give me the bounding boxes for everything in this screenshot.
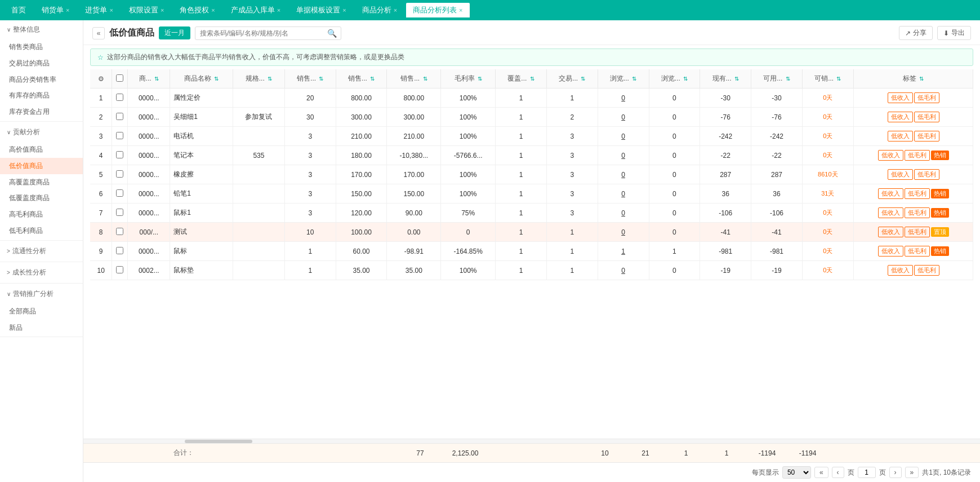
sidebar-item-销售类商品[interactable]: 销售类商品 bbox=[0, 39, 83, 55]
sidebar-section-成长性分析[interactable]: >成长性分析 bbox=[0, 263, 83, 282]
nav-item-销货单[interactable]: 销货单× bbox=[35, 3, 76, 17]
sidebar-item-低覆盖度商品[interactable]: 低覆盖度商品 bbox=[0, 190, 83, 206]
sidebar-item-交易过的商品[interactable]: 交易过的商品 bbox=[0, 55, 83, 72]
col-checkbox[interactable] bbox=[112, 69, 128, 89]
nav-close-icon[interactable]: × bbox=[109, 7, 113, 14]
col-view1[interactable]: 浏览... ⇅ bbox=[598, 69, 649, 89]
search-icon[interactable]: 🔍 bbox=[327, 29, 337, 38]
view1-link[interactable]: 0 bbox=[621, 190, 625, 198]
row-view1[interactable]: 0 bbox=[598, 223, 649, 242]
row-checkbox-cell[interactable] bbox=[112, 146, 128, 165]
row-view1[interactable]: 0 bbox=[598, 184, 649, 204]
table-container[interactable]: ⚙ 商... ⇅ 商品名称 ⇅ 规格... ⇅ 销售... ⇅ 销售... ⇅ … bbox=[83, 69, 980, 439]
nav-close-icon[interactable]: × bbox=[66, 7, 69, 14]
sidebar-item-高价值商品[interactable]: 高价值商品 bbox=[0, 141, 83, 158]
col-tags[interactable]: 标签 ⇅ bbox=[853, 69, 973, 89]
sidebar-section-整体信息[interactable]: ∨整体信息 bbox=[0, 20, 83, 39]
col-trade[interactable]: 交易... ⇅ bbox=[546, 69, 598, 89]
row-checkbox-cell[interactable] bbox=[112, 184, 128, 204]
col-name[interactable]: 商品名称 ⇅ bbox=[170, 69, 233, 89]
row-checkbox[interactable] bbox=[116, 151, 123, 158]
row-checkbox-cell[interactable] bbox=[112, 127, 128, 146]
row-view1[interactable]: 0 bbox=[598, 261, 649, 280]
col-current[interactable]: 现有... ⇅ bbox=[700, 69, 751, 89]
row-checkbox[interactable] bbox=[116, 209, 123, 216]
row-view1[interactable]: 0 bbox=[598, 204, 649, 223]
nav-close-icon[interactable]: × bbox=[277, 7, 280, 14]
share-button[interactable]: ↗ 分享 bbox=[899, 26, 933, 40]
horizontal-scrollbar[interactable] bbox=[83, 439, 980, 443]
sidebar-section-流通性分析[interactable]: >流通性分析 bbox=[0, 242, 83, 260]
row-checkbox[interactable] bbox=[116, 170, 123, 178]
row-checkbox-cell[interactable] bbox=[112, 223, 128, 242]
row-view1[interactable]: 0 bbox=[598, 165, 649, 184]
search-input[interactable] bbox=[195, 26, 341, 40]
view1-link[interactable]: 0 bbox=[621, 267, 625, 275]
sidebar-item-库存资金占用[interactable]: 库存资金占用 bbox=[0, 104, 83, 120]
row-checkbox[interactable] bbox=[116, 113, 123, 120]
prev-page-button[interactable]: ‹ bbox=[832, 467, 844, 478]
sidebar-item-新品[interactable]: 新品 bbox=[0, 320, 83, 336]
row-checkbox[interactable] bbox=[116, 266, 123, 273]
sidebar-item-商品分类销售率[interactable]: 商品分类销售率 bbox=[0, 72, 83, 88]
col-sale-qty[interactable]: 销售... ⇅ bbox=[284, 69, 336, 89]
row-checkbox-cell[interactable] bbox=[112, 89, 128, 108]
col-spec[interactable]: 规格... ⇅ bbox=[233, 69, 285, 89]
nav-close-icon[interactable]: × bbox=[211, 7, 215, 14]
col-sale-amount[interactable]: 销售... ⇅ bbox=[387, 69, 441, 89]
row-checkbox[interactable] bbox=[116, 247, 123, 254]
col-code[interactable]: 商... ⇅ bbox=[128, 69, 170, 89]
sidebar-item-有库存的商品[interactable]: 有库存的商品 bbox=[0, 87, 83, 104]
sidebar-item-低毛利商品[interactable]: 低毛利商品 bbox=[0, 223, 83, 239]
row-view1[interactable]: 0 bbox=[598, 127, 649, 146]
next-page-button[interactable]: › bbox=[889, 467, 902, 478]
col-available[interactable]: 可用... ⇅ bbox=[751, 69, 803, 89]
sidebar-item-高覆盖度商品[interactable]: 高覆盖度商品 bbox=[0, 174, 83, 191]
view1-link[interactable]: 0 bbox=[621, 171, 625, 179]
row-view1[interactable]: 0 bbox=[598, 108, 649, 127]
sidebar-item-全部商品[interactable]: 全部商品 bbox=[0, 303, 83, 320]
select-all-checkbox[interactable] bbox=[116, 74, 123, 82]
row-checkbox-cell[interactable] bbox=[112, 261, 128, 280]
page-input[interactable] bbox=[858, 467, 876, 478]
row-checkbox[interactable] bbox=[116, 189, 123, 197]
last-page-button[interactable]: » bbox=[905, 467, 919, 478]
first-page-button[interactable]: « bbox=[814, 467, 828, 478]
row-checkbox[interactable] bbox=[116, 132, 123, 139]
col-sale-price[interactable]: 销售... ⇅ bbox=[336, 69, 387, 89]
view1-link[interactable]: 1 bbox=[621, 247, 625, 255]
row-view1[interactable]: 0 bbox=[598, 146, 649, 165]
view1-link[interactable]: 0 bbox=[621, 209, 625, 217]
nav-item-权限设置[interactable]: 权限设置× bbox=[122, 3, 171, 17]
nav-item-角色授权[interactable]: 角色授权× bbox=[173, 3, 221, 17]
per-page-select[interactable]: 50 100 200 bbox=[782, 466, 811, 479]
view1-link[interactable]: 0 bbox=[621, 113, 625, 121]
nav-close-icon[interactable]: × bbox=[394, 7, 397, 14]
nav-close-icon[interactable]: × bbox=[342, 7, 346, 14]
row-view1[interactable]: 0 bbox=[598, 89, 649, 108]
row-checkbox[interactable] bbox=[116, 228, 123, 235]
nav-item-单据模板设置[interactable]: 单据模板设置× bbox=[289, 3, 353, 17]
sidebar-section-营销推广分析[interactable]: ∨营销推广分析 bbox=[0, 285, 83, 303]
row-checkbox-cell[interactable] bbox=[112, 165, 128, 184]
nav-item-产成品入库单[interactable]: 产成品入库单× bbox=[224, 3, 287, 17]
export-button[interactable]: ⬇ 导出 bbox=[937, 26, 971, 40]
view1-link[interactable]: 0 bbox=[621, 132, 625, 140]
row-checkbox-cell[interactable] bbox=[112, 204, 128, 223]
nav-close-icon[interactable]: × bbox=[459, 7, 462, 14]
row-view1[interactable]: 1 bbox=[598, 242, 649, 261]
view1-link[interactable]: 0 bbox=[621, 152, 625, 160]
col-settings[interactable]: ⚙ bbox=[90, 69, 112, 89]
filter-button[interactable]: 近一月 bbox=[159, 26, 190, 39]
nav-item-首页[interactable]: 首页 bbox=[5, 3, 33, 17]
nav-item-进货单[interactable]: 进货单× bbox=[78, 3, 119, 17]
col-margin[interactable]: 毛利率 ⇅ bbox=[441, 69, 496, 89]
nav-item-商品分析列表[interactable]: 商品分析列表× bbox=[406, 3, 469, 17]
nav-item-商品分析[interactable]: 商品分析× bbox=[355, 3, 404, 17]
view1-link[interactable]: 0 bbox=[621, 94, 625, 102]
col-view2[interactable]: 浏览... ⇅ bbox=[649, 69, 700, 89]
row-checkbox-cell[interactable] bbox=[112, 108, 128, 127]
col-salable[interactable]: 可销... ⇅ bbox=[802, 69, 853, 89]
row-checkbox-cell[interactable] bbox=[112, 242, 128, 261]
view1-link[interactable]: 0 bbox=[621, 228, 625, 236]
